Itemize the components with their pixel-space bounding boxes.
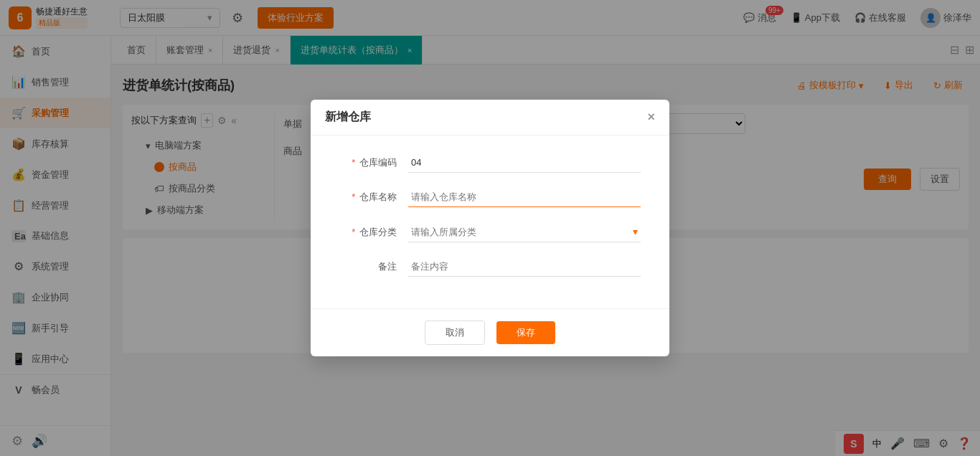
- note-label: 备注: [339, 260, 397, 273]
- warehouse-code-input[interactable]: [408, 153, 641, 173]
- modal-body: * 仓库编码 * 仓库名称 * 仓库分类: [311, 136, 669, 308]
- warehouse-category-select[interactable]: ▾: [408, 222, 641, 242]
- modal-footer: 取消 保存: [311, 308, 669, 356]
- modal-title: 新增仓库: [325, 110, 371, 125]
- add-warehouse-modal: 新增仓库 × * 仓库编码 * 仓库名称: [311, 100, 669, 356]
- form-row-name: * 仓库名称: [339, 187, 641, 207]
- save-button[interactable]: 保存: [496, 321, 555, 344]
- modal-header: 新增仓库 ×: [311, 100, 669, 136]
- category-label: * 仓库分类: [339, 226, 397, 239]
- form-row-category: * 仓库分类 ▾: [339, 222, 641, 242]
- name-label: * 仓库名称: [339, 191, 397, 204]
- warehouse-name-input[interactable]: [408, 187, 641, 207]
- modal-close-btn[interactable]: ×: [647, 110, 655, 125]
- cancel-button[interactable]: 取消: [425, 320, 485, 345]
- code-label: * 仓库编码: [339, 156, 397, 169]
- warehouse-note-input[interactable]: [408, 257, 641, 277]
- warehouse-category-input[interactable]: [411, 227, 633, 237]
- form-row-code: * 仓库编码: [339, 153, 641, 173]
- category-dropdown-icon: ▾: [633, 226, 638, 237]
- form-row-note: 备注: [339, 257, 641, 277]
- modal-overlay[interactable]: 新增仓库 × * 仓库编码 * 仓库名称: [0, 0, 980, 456]
